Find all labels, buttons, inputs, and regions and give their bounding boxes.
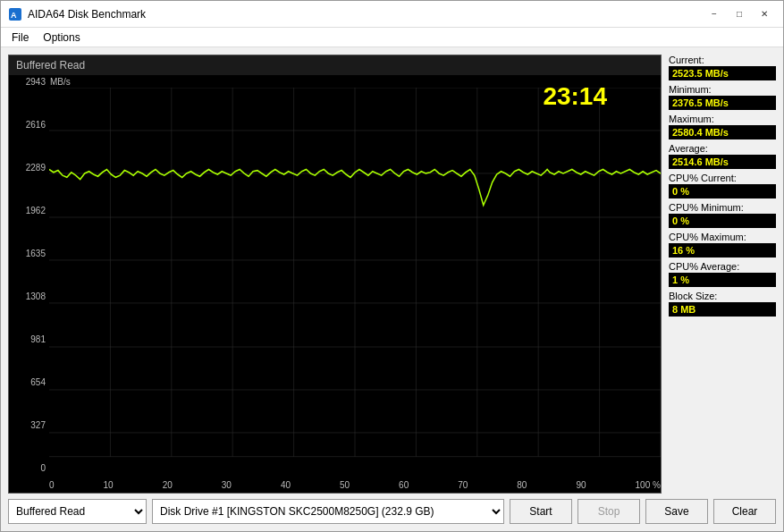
x-label-100: 100 % <box>636 480 661 490</box>
block-size-label: Block Size: <box>669 291 776 301</box>
menu-options[interactable]: Options <box>36 30 87 46</box>
cpu-minimum-value: 0 % <box>669 214 776 228</box>
close-button[interactable]: ✕ <box>753 5 776 23</box>
cpu-maximum-label: CPU% Maximum: <box>669 232 776 242</box>
stats-panel: Current: 2523.5 MB/s Minimum: 2376.5 MB/… <box>669 55 776 494</box>
y-label-1308: 1308 <box>9 291 49 301</box>
x-label-60: 60 <box>399 480 409 490</box>
stat-current: Current: 2523.5 MB/s <box>669 55 776 80</box>
x-label-0: 0 <box>49 480 55 490</box>
mbs-unit-label: MB/s <box>50 77 71 87</box>
action-buttons: Start Stop Save Clear <box>510 499 776 524</box>
cpu-average-label: CPU% Average: <box>669 261 776 272</box>
minimum-value: 2376.5 MB/s <box>669 96 776 110</box>
chart-title: Buffered Read <box>9 55 661 75</box>
x-label-20: 20 <box>163 480 173 490</box>
y-label-654: 654 <box>9 377 49 387</box>
drive-select[interactable]: Disk Drive #1 [KINGSTON SKC2500M8250G] (… <box>152 499 504 524</box>
chart-svg <box>49 88 661 477</box>
stat-cpu-maximum: CPU% Maximum: 16 % <box>669 232 776 258</box>
window-title: AIDA64 Disk Benchmark <box>28 8 146 21</box>
title-buttons: − □ ✕ <box>703 5 776 23</box>
chart-container: Buffered Read MB/s 2943 2616 2289 1962 1… <box>8 55 662 494</box>
y-label-2289: 2289 <box>9 163 49 173</box>
current-label: Current: <box>669 55 776 65</box>
x-label-10: 10 <box>104 480 114 490</box>
y-label-2616: 2616 <box>9 120 49 130</box>
test-type-select[interactable]: Buffered Read <box>8 499 147 524</box>
block-size-value: 8 MB <box>669 302 776 317</box>
y-label-1962: 1962 <box>9 206 49 215</box>
stat-average: Average: 2514.6 MB/s <box>669 143 776 169</box>
average-label: Average: <box>669 143 776 154</box>
minimize-button[interactable]: − <box>703 5 726 23</box>
timer-display: 23:14 <box>543 82 607 111</box>
content-area: Buffered Read MB/s 2943 2616 2289 1962 1… <box>1 47 783 531</box>
average-value: 2514.6 MB/s <box>669 155 776 169</box>
y-axis-labels: 2943 2616 2289 1962 1635 1308 981 654 32… <box>9 75 49 475</box>
stat-minimum: Minimum: 2376.5 MB/s <box>669 84 776 110</box>
stat-maximum: Maximum: 2580.4 MB/s <box>669 114 776 139</box>
stat-cpu-minimum: CPU% Minimum: 0 % <box>669 202 776 228</box>
app-icon: A <box>8 7 22 21</box>
y-label-981: 981 <box>9 334 49 344</box>
y-label-327: 327 <box>9 420 49 430</box>
maximize-button[interactable]: □ <box>728 5 751 23</box>
x-label-30: 30 <box>222 480 232 490</box>
maximum-label: Maximum: <box>669 114 776 124</box>
main-window: A AIDA64 Disk Benchmark − □ ✕ File Optio… <box>0 0 784 532</box>
cpu-current-value: 0 % <box>669 184 776 198</box>
stat-cpu-current: CPU% Current: 0 % <box>669 173 776 198</box>
chart-section: Buffered Read MB/s 2943 2616 2289 1962 1… <box>8 55 776 494</box>
minimum-label: Minimum: <box>669 84 776 95</box>
x-label-70: 70 <box>458 480 468 490</box>
title-bar: A AIDA64 Disk Benchmark − □ ✕ <box>1 1 783 28</box>
y-label-0: 0 <box>9 463 49 473</box>
bottom-controls: Buffered Read Disk Drive #1 [KINGSTON SK… <box>8 499 776 524</box>
y-label-1635: 1635 <box>9 249 49 258</box>
y-label-2943: 2943 <box>9 77 49 87</box>
menu-bar: File Options <box>1 28 783 47</box>
chart-body: MB/s 2943 2616 2289 1962 1635 1308 981 6… <box>9 75 661 493</box>
current-value: 2523.5 MB/s <box>669 66 776 80</box>
save-button[interactable]: Save <box>645 499 708 524</box>
stop-button[interactable]: Stop <box>577 499 640 524</box>
menu-file[interactable]: File <box>4 30 36 46</box>
maximum-value: 2580.4 MB/s <box>669 125 776 139</box>
x-label-40: 40 <box>281 480 291 490</box>
stat-cpu-average: CPU% Average: 1 % <box>669 261 776 287</box>
svg-text:A: A <box>11 11 17 20</box>
cpu-current-label: CPU% Current: <box>669 173 776 183</box>
x-label-50: 50 <box>340 480 350 490</box>
cpu-maximum-value: 16 % <box>669 243 776 258</box>
x-label-80: 80 <box>517 480 527 490</box>
x-axis-labels: 0 10 20 30 40 50 60 70 80 90 100 % <box>49 477 661 493</box>
cpu-minimum-label: CPU% Minimum: <box>669 202 776 213</box>
title-bar-left: A AIDA64 Disk Benchmark <box>8 7 146 21</box>
x-label-90: 90 <box>576 480 586 490</box>
start-button[interactable]: Start <box>510 499 572 524</box>
cpu-average-value: 1 % <box>669 273 776 287</box>
stat-block-size: Block Size: 8 MB <box>669 291 776 317</box>
clear-button[interactable]: Clear <box>713 499 776 524</box>
